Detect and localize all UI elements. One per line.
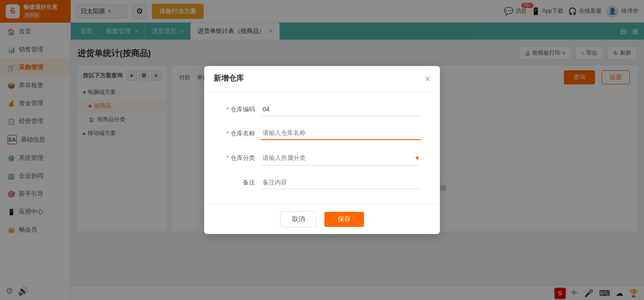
modal-close-btn[interactable]: × (425, 74, 430, 83)
form-row-remark: 备注 (223, 176, 421, 189)
remark-label: 备注 (223, 178, 261, 187)
modal-footer: 取消 保存 (204, 204, 440, 234)
form-row-name: * 仓库名称 (223, 126, 421, 140)
category-arrow-icon: ▾ (415, 153, 419, 162)
modal-title: 新增仓库 (214, 74, 244, 83)
form-row-code: * 仓库编码 (223, 103, 421, 116)
category-label: * 仓库分类 (223, 154, 261, 162)
modal-body: * 仓库编码 * 仓库名称 * 仓库分类 (204, 92, 440, 204)
save-button[interactable]: 保存 (324, 212, 364, 227)
warehouse-name-input[interactable] (261, 126, 421, 140)
remark-input[interactable] (261, 176, 421, 189)
code-label: * 仓库编码 (223, 105, 261, 114)
cancel-button[interactable]: 取消 (280, 211, 317, 227)
required-star-2: * (226, 130, 229, 137)
modal-header: 新增仓库 × (204, 66, 440, 92)
modal-overlay: 新增仓库 × * 仓库编码 * 仓库名称 (0, 0, 644, 300)
form-row-category: * 仓库分类 ▾ (223, 150, 421, 166)
warehouse-code-input[interactable] (261, 103, 421, 116)
category-select-wrap[interactable]: ▾ (261, 150, 421, 166)
required-star-3: * (226, 154, 229, 161)
required-star-1: * (226, 106, 229, 113)
category-input[interactable] (263, 154, 415, 161)
modal-dialog: 新增仓库 × * 仓库编码 * 仓库名称 (204, 66, 440, 234)
name-label: * 仓库名称 (223, 129, 261, 138)
